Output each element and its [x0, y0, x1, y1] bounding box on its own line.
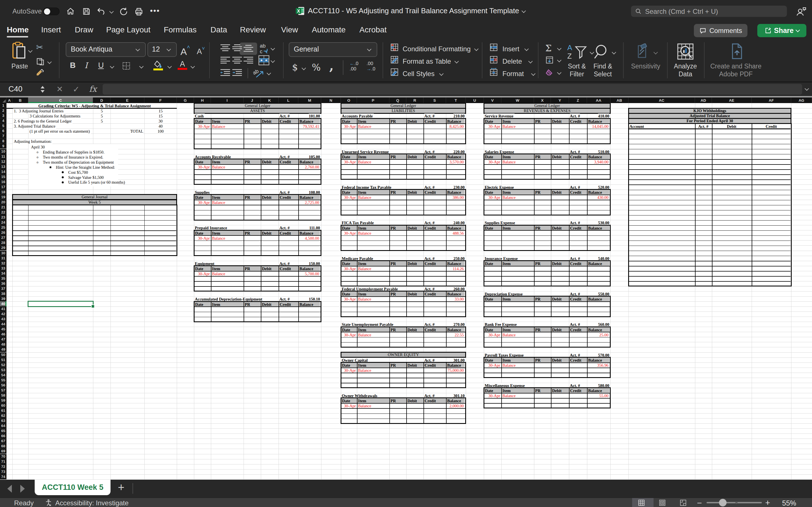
italic-icon[interactable]: I — [85, 61, 88, 70]
format-cells-chevron-icon[interactable] — [531, 71, 536, 76]
tab-review[interactable]: Review — [240, 25, 266, 34]
undo-icon[interactable] — [96, 6, 106, 16]
percent-format-icon[interactable]: % — [312, 62, 320, 73]
row-header-41[interactable]: 41 — [0, 306, 6, 312]
row-header-64[interactable]: 64 — [0, 424, 6, 429]
formula-bar-expand-icon[interactable] — [805, 87, 809, 91]
find-select-label-1[interactable]: Find & — [594, 62, 612, 70]
row-header-22[interactable]: 22 — [0, 210, 6, 215]
accessibility-icon[interactable] — [45, 499, 52, 507]
document-title[interactable]: ACCT110 - W5 Adjusting and Trail Balance… — [308, 6, 519, 15]
zoom-out-icon[interactable]: − — [697, 498, 702, 507]
zoom-in-icon[interactable]: + — [765, 498, 770, 507]
increase-decimal-icon[interactable]: ←.0.00 — [350, 61, 358, 71]
row-header-10[interactable]: 10 — [0, 149, 6, 154]
status-accessibility[interactable]: Accessibility: Investigate — [55, 499, 129, 507]
font-color-icon[interactable]: A — [177, 60, 187, 70]
find-select-label-2[interactable]: Select — [594, 70, 612, 78]
row-header-43[interactable]: 43 — [0, 317, 6, 322]
column-header-AE[interactable]: AE — [712, 98, 752, 103]
column-header-V[interactable]: V — [484, 98, 501, 103]
copy-chevron-icon[interactable] — [47, 60, 52, 64]
column-header-L[interactable]: L — [278, 98, 298, 103]
home-icon[interactable] — [66, 6, 75, 16]
selected-cell-outline[interactable] — [28, 301, 94, 307]
column-header-Z[interactable]: Z — [569, 98, 587, 103]
row-header-68[interactable]: 68 — [0, 444, 6, 449]
row-header-24[interactable]: 24 — [0, 220, 6, 225]
formula-input[interactable] — [103, 84, 802, 95]
font-size-select[interactable]: 12 — [147, 42, 177, 57]
row-header-53[interactable]: 53 — [0, 368, 6, 373]
fill-color-icon[interactable] — [153, 60, 163, 70]
row-header-52[interactable]: 52 — [0, 362, 6, 368]
row-header-32[interactable]: 32 — [0, 261, 6, 266]
align-center-icon[interactable] — [232, 56, 242, 64]
borders-chevron-icon[interactable] — [139, 64, 144, 69]
view-normal-icon[interactable] — [638, 499, 645, 506]
row-header-69[interactable]: 69 — [0, 449, 6, 454]
decrease-font-icon[interactable]: A˅ — [197, 46, 205, 56]
cell-styles-label[interactable]: Cell Styles — [403, 70, 435, 78]
underline-icon[interactable]: U — [98, 61, 104, 70]
text-orientation-chevron-icon[interactable] — [267, 71, 271, 75]
column-header-M[interactable]: M — [298, 98, 321, 103]
row-header-13[interactable]: 13 — [0, 164, 6, 169]
autosum-chevron-icon[interactable] — [557, 46, 562, 51]
column-header-AF[interactable]: AF — [752, 98, 791, 103]
column-header-G[interactable]: G — [177, 98, 194, 103]
row-header-46[interactable]: 46 — [0, 332, 6, 337]
view-page-break-icon[interactable] — [679, 499, 687, 506]
sort-filter-icon[interactable]: AZ — [566, 43, 589, 60]
column-header-AD[interactable]: AD — [695, 98, 712, 103]
merge-center-icon[interactable] — [258, 55, 269, 65]
row-header-67[interactable]: 67 — [0, 439, 6, 444]
increase-font-icon[interactable]: A˄ — [181, 44, 190, 57]
merge-center-chevron-icon[interactable] — [271, 59, 275, 63]
column-header-E[interactable]: E — [110, 98, 144, 103]
column-header-T[interactable]: T — [446, 98, 466, 103]
cancel-entry-icon[interactable]: ✕ — [56, 84, 63, 94]
row-header-49[interactable]: 49 — [0, 347, 6, 352]
column-header-AC[interactable]: AC — [628, 98, 695, 103]
column-header-Y[interactable]: Y — [551, 98, 569, 103]
paste-icon[interactable] — [12, 42, 27, 60]
wrap-text-chevron-icon[interactable] — [271, 46, 275, 51]
column-header-AB[interactable]: AB — [610, 98, 628, 103]
row-header-73[interactable]: 73 — [0, 469, 6, 474]
row-header-54[interactable]: 54 — [0, 373, 6, 378]
row-header-27[interactable]: 27 — [0, 235, 6, 240]
align-bottom-icon[interactable] — [244, 45, 253, 52]
row-header-2[interactable]: 2 — [0, 108, 6, 113]
row-header-30[interactable]: 30 — [0, 251, 6, 256]
cut-icon[interactable]: ✂ — [36, 42, 43, 52]
fill-down-chevron-icon[interactable] — [557, 58, 562, 62]
row-header-28[interactable]: 28 — [0, 240, 6, 245]
sort-filter-label-1[interactable]: Sort & — [568, 62, 586, 70]
font-color-chevron-icon[interactable] — [191, 64, 195, 69]
conditional-formatting-chevron-icon[interactable] — [474, 47, 479, 51]
row-header-26[interactable]: 26 — [0, 230, 6, 235]
column-header-D[interactable]: D — [93, 98, 110, 103]
row-header-18[interactable]: 18 — [0, 189, 6, 194]
column-header-S[interactable]: S — [423, 98, 446, 103]
format-painter-icon[interactable] — [36, 69, 45, 78]
column-header-A[interactable]: A — [6, 98, 12, 103]
sort-filter-label-2[interactable]: Filter — [569, 70, 584, 78]
column-header-AG[interactable]: AG — [791, 98, 812, 103]
print-icon[interactable] — [134, 6, 144, 17]
format-as-table-label[interactable]: Format as Table — [403, 57, 451, 65]
conditional-formatting-icon[interactable] — [390, 43, 399, 52]
tab-page-layout[interactable]: Page Layout — [106, 25, 150, 34]
zoom-slider-knob[interactable] — [719, 499, 726, 506]
format-as-table-icon[interactable] — [390, 55, 399, 64]
delete-cells-label[interactable]: Delete — [502, 57, 522, 65]
column-header-X[interactable]: X — [534, 98, 551, 103]
row-header-16[interactable]: 16 — [0, 179, 6, 184]
tab-view[interactable]: View — [281, 25, 298, 34]
conditional-formatting-label[interactable]: Conditional Formatting — [403, 45, 470, 53]
tab-draw[interactable]: Draw — [75, 25, 93, 34]
row-header-63[interactable]: 63 — [0, 418, 6, 424]
row-header-14[interactable]: 14 — [0, 169, 6, 174]
select-all-corner[interactable] — [0, 98, 6, 103]
